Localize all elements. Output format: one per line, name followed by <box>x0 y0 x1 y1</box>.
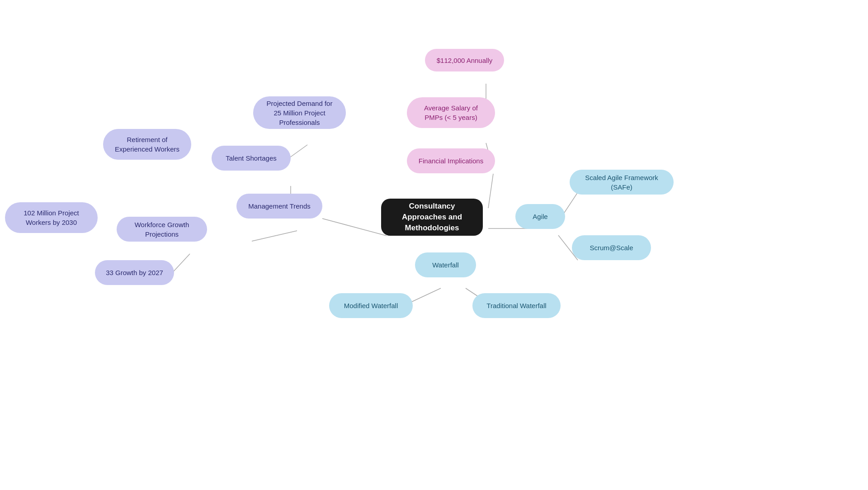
growth-2027-node: 33 Growth by 2027 <box>95 260 174 285</box>
svg-line-6 <box>172 254 190 273</box>
avg-salary-label: Average Salary of PMPs (< 5 years) <box>417 103 485 122</box>
financial-implications-label: Financial Implications <box>419 156 483 166</box>
modified-waterfall-node: Modified Waterfall <box>329 293 413 318</box>
svg-line-0 <box>322 219 387 236</box>
svg-line-4 <box>252 231 297 241</box>
waterfall-node: Waterfall <box>415 252 476 277</box>
workforce-growth-node: Workforce Growth Projections <box>117 217 207 242</box>
safe-node: Scaled Agile Framework (SAFe) <box>570 170 674 195</box>
scrum-scale-node: Scrum@Scale <box>572 235 651 260</box>
salary-amount-label: $112,000 Annually <box>437 56 492 65</box>
management-trends-label: Management Trends <box>248 201 311 211</box>
modified-waterfall-label: Modified Waterfall <box>344 301 398 310</box>
retirement-label: Retirement of Experienced Workers <box>113 135 181 154</box>
workforce-growth-label: Workforce Growth Projections <box>127 220 197 239</box>
workers-2030-label: 102 Million Project Workers by 2030 <box>15 208 88 227</box>
svg-line-7 <box>488 174 493 208</box>
salary-amount-node: $112,000 Annually <box>425 49 504 71</box>
projected-demand-node: Projected Demand for 25 Million Project … <box>253 96 346 129</box>
safe-label: Scaled Agile Framework (SAFe) <box>580 173 664 192</box>
scrum-scale-label: Scrum@Scale <box>590 243 633 252</box>
agile-node: Agile <box>515 204 565 229</box>
growth-2027-label: 33 Growth by 2027 <box>106 268 163 277</box>
talent-shortages-label: Talent Shortages <box>226 153 277 163</box>
traditional-waterfall-node: Traditional Waterfall <box>472 293 561 318</box>
projected-demand-label: Projected Demand for 25 Million Project … <box>263 99 336 127</box>
traditional-waterfall-label: Traditional Waterfall <box>486 301 546 310</box>
financial-implications-node: Financial Implications <box>407 148 495 173</box>
talent-shortages-node: Talent Shortages <box>212 146 291 171</box>
retirement-node: Retirement of Experienced Workers <box>103 129 191 160</box>
center-node: Consultancy Approaches and Methodologies <box>381 199 483 236</box>
agile-label: Agile <box>533 212 547 221</box>
waterfall-label: Waterfall <box>432 260 459 270</box>
management-trends-node: Management Trends <box>236 194 322 219</box>
avg-salary-node: Average Salary of PMPs (< 5 years) <box>407 97 495 128</box>
workers-2030-node: 102 Million Project Workers by 2030 <box>5 202 98 233</box>
center-label: Consultancy Approaches and Methodologies <box>391 201 473 233</box>
